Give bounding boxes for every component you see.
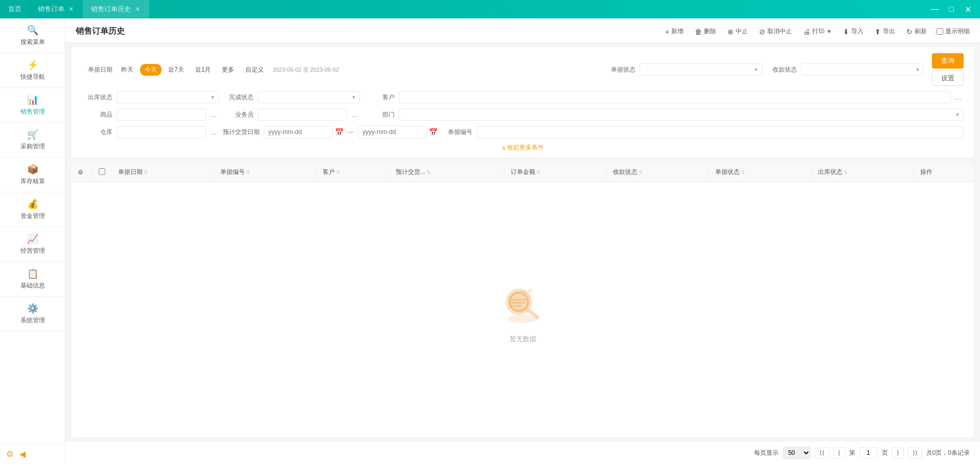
date-separator: —	[346, 128, 356, 136]
top-bar-right: — □ ✕	[929, 3, 980, 15]
date-btn-30days[interactable]: 近1月	[191, 64, 216, 76]
sidebar-item-sales-mgmt[interactable]: 📊 销售管理	[0, 88, 65, 123]
filter-collapse-btn[interactable]: ∧ 收起更多条件	[82, 143, 964, 152]
add-button[interactable]: + 新增	[660, 25, 689, 38]
th-customer[interactable]: 客户 ⇅	[316, 163, 389, 182]
sidebar-item-inventory[interactable]: 📦 库存核算	[0, 158, 65, 192]
th-receipt-status[interactable]: 收款状态 ⇅	[606, 163, 709, 182]
minimize-btn[interactable]: —	[929, 3, 941, 15]
goods-input[interactable]	[117, 108, 206, 121]
stop-icon: ⊗	[727, 28, 734, 36]
print-button[interactable]: 🖨 打印 ▼	[798, 25, 837, 38]
sidebar-item-basic-info[interactable]: 📋 基础信息	[0, 262, 65, 297]
import-button[interactable]: ⬇ 导入	[838, 25, 869, 38]
settings-button[interactable]: 设置	[932, 71, 964, 86]
sort-out-status-icon: ⇅	[844, 169, 848, 175]
th-order-amount-label: 订单金额	[511, 168, 535, 176]
th-checkbox[interactable]	[92, 163, 111, 182]
expected-delivery-end[interactable]	[358, 126, 427, 138]
display-detail-checkbox[interactable]	[937, 28, 943, 35]
stop-label: 中止	[736, 27, 748, 36]
th-voucher-no-label: 单据编号	[220, 168, 245, 176]
sidebar-settings-icon[interactable]: ⚙	[6, 449, 13, 459]
maximize-btn[interactable]: □	[945, 3, 958, 15]
stop-button[interactable]: ⊗ 中止	[722, 25, 753, 38]
goods-control: ...	[117, 108, 219, 121]
sidebar-bottom: ⚙ ◀	[0, 444, 65, 464]
department-select[interactable]: ▾	[399, 108, 964, 121]
voucher-status-control: ▾	[640, 63, 762, 76]
tab-sales-order[interactable]: 销售订单 ✕	[30, 0, 83, 18]
close-btn[interactable]: ✕	[962, 3, 974, 15]
salesman-input[interactable]	[258, 108, 347, 121]
goods-label: 商品	[82, 111, 112, 119]
sidebar-item-purchase-mgmt[interactable]: 🛒 采购管理	[0, 123, 65, 158]
calendar-start-icon[interactable]: 📅	[335, 128, 344, 136]
voucher-status-select[interactable]: ▾	[640, 63, 762, 76]
sidebar-collapse-icon[interactable]: ◀	[19, 449, 26, 459]
date-btn-more[interactable]: 更多	[217, 64, 239, 76]
th-out-status[interactable]: 出库状态 ⇅	[811, 163, 914, 182]
page-label: 第	[849, 449, 855, 457]
next-page-btn[interactable]: ⟩	[892, 447, 904, 458]
svg-point-8	[521, 291, 527, 297]
first-page-btn[interactable]: ⟨⟨	[815, 447, 829, 458]
warehouse-input[interactable]	[117, 126, 206, 138]
last-page-btn[interactable]: ⟩⟩	[908, 447, 922, 458]
select-all-checkbox[interactable]	[99, 168, 105, 175]
cancel-stop-label: 取消中止	[767, 27, 792, 36]
delete-button[interactable]: 🗑 删除	[690, 25, 721, 38]
date-btn-7days[interactable]: 近7天	[164, 64, 189, 76]
warehouse-ellipsis[interactable]: ...	[208, 127, 219, 137]
tab-sales-order-history-close[interactable]: ✕	[134, 6, 141, 13]
th-expected-delivery-label: 预计交货...	[396, 168, 425, 176]
prev-page-btn[interactable]: ⟨	[833, 447, 845, 458]
refresh-button[interactable]: ↻ 刷新	[901, 25, 932, 38]
customer-ellipsis[interactable]: ...	[953, 93, 964, 102]
sort-order-amount-icon: ⇅	[536, 169, 540, 175]
complete-status-select[interactable]: ▾	[258, 91, 360, 103]
date-btn-custom[interactable]: 自定义	[241, 64, 268, 76]
tab-sales-order-close[interactable]: ✕	[67, 6, 75, 13]
cancel-stop-button[interactable]: ⊘ 取消中止	[754, 25, 797, 38]
tab-home[interactable]: 首页	[0, 0, 30, 18]
sidebar-item-system-mgmt[interactable]: ⚙️ 系统管理	[0, 297, 65, 332]
main-layout: 🔍 搜索菜单 ⚡ 快捷导航 📊 销售管理 🛒 采购管理 📦 库存核算 💰 资金管…	[0, 18, 980, 464]
calendar-end-icon[interactable]: 📅	[429, 128, 438, 136]
query-button[interactable]: 查询	[932, 53, 964, 69]
receipt-status-select[interactable]: ▾	[801, 63, 924, 76]
expected-delivery-start[interactable]	[264, 126, 333, 138]
salesman-ellipsis[interactable]: ...	[349, 110, 360, 119]
per-page-select[interactable]: 50 10 20 100	[783, 447, 811, 459]
date-btn-today[interactable]: 昨天	[117, 64, 138, 76]
th-voucher-no[interactable]: 单据编号 ⇅	[214, 163, 316, 182]
receipt-status-label: 收款状态	[766, 65, 797, 74]
voucher-number-input[interactable]	[476, 126, 964, 138]
sidebar-item-operations[interactable]: 📈 经营管理	[0, 227, 65, 262]
basic-info-icon: 📋	[27, 268, 38, 279]
warehouse-control: ...	[117, 126, 219, 138]
sidebar-item-quick-nav[interactable]: ⚡ 快捷导航	[0, 53, 65, 88]
th-expected-delivery[interactable]: 预计交货... ⇅	[389, 163, 504, 182]
tab-sales-order-history[interactable]: 销售订单历史 ✕	[83, 0, 149, 18]
sidebar-item-operations-label: 经营管理	[20, 247, 45, 255]
out-status-select[interactable]: ▾	[117, 91, 219, 103]
display-detail-check[interactable]: 显示明细	[937, 27, 970, 36]
th-voucher-date[interactable]: 单据日期 ⇅	[111, 163, 214, 182]
customer-input[interactable]	[399, 91, 951, 103]
empty-text: 暂无数据	[510, 335, 536, 344]
export-button[interactable]: ⬆ 导出	[870, 25, 900, 38]
department-control: ▾	[399, 108, 964, 121]
th-voucher-status[interactable]: 单据状态 ⇅	[709, 163, 811, 182]
salesman-control: ...	[258, 108, 360, 121]
receipt-status-dropdown-icon: ▾	[916, 66, 919, 73]
th-settings[interactable]: ⚙	[72, 163, 92, 182]
sidebar-item-search-menu[interactable]: 🔍 搜索菜单	[0, 18, 65, 53]
goods-ellipsis[interactable]: ...	[208, 110, 219, 119]
sidebar-item-finance[interactable]: 💰 资金管理	[0, 192, 65, 227]
th-order-amount[interactable]: 订单金额 ⇅	[504, 163, 606, 182]
complete-status-dropdown-icon: ▾	[352, 94, 355, 101]
sales-mgmt-icon: 📊	[27, 94, 38, 105]
date-btn-3days[interactable]: 今天	[140, 64, 162, 76]
page-number-input[interactable]	[859, 447, 878, 458]
